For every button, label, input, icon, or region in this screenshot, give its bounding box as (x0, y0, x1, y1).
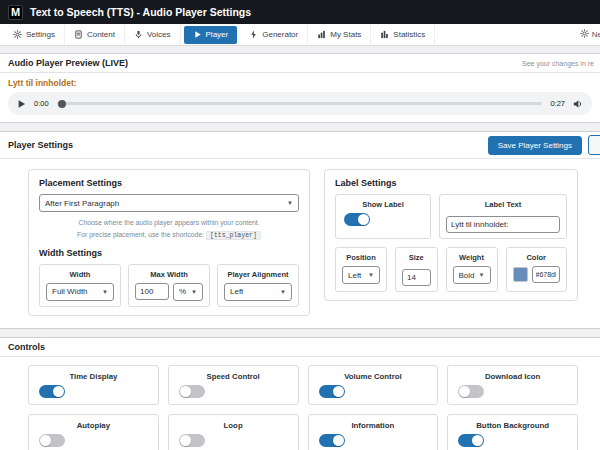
play-button-icon[interactable] (17, 99, 26, 109)
button-background-toggle[interactable] (458, 434, 484, 447)
chevron-down-icon: ▼ (287, 200, 293, 206)
position-value: Left (348, 271, 365, 280)
control-volume-control: Volume Control (308, 365, 439, 405)
control-time-display: Time Display (28, 365, 159, 405)
color-swatch[interactable] (513, 267, 528, 282)
tab-my-stats[interactable]: My Stats (308, 24, 371, 45)
tab-label: Generator (262, 30, 298, 39)
max-width-unit-select[interactable]: % ▼ (173, 283, 203, 301)
save-player-settings-button[interactable]: Save Player Settings (488, 136, 582, 155)
label-settings-title: Label Settings (335, 178, 567, 188)
color-field: Color (506, 247, 568, 292)
position-select[interactable]: Left ▼ (342, 266, 380, 284)
max-width-input[interactable] (135, 283, 169, 300)
placement-card: Placement Settings After First Paragraph… (28, 169, 310, 316)
placement-help-line2: For precise placement, use the shortcode… (77, 231, 204, 238)
controls-header: Controls (0, 338, 600, 357)
information-toggle[interactable] (319, 434, 345, 447)
width-settings-row: Width Full Width ▼ Max Width % ▼ (39, 264, 299, 307)
app-logo: M (8, 5, 23, 20)
player-alignment-field: Player Alignment Left ▼ (217, 264, 299, 307)
show-label-toggle[interactable] (344, 213, 370, 226)
current-time: 0:00 (34, 99, 49, 108)
preview-note: See your changes in re (522, 60, 594, 67)
duration: 0:27 (550, 99, 565, 108)
time-display-toggle[interactable] (39, 385, 65, 398)
document-icon (74, 30, 83, 39)
preview-body: Lytt til innholdet: 0:00 0:27 (0, 73, 600, 122)
volume-icon[interactable] (573, 99, 583, 109)
player-settings-header: Player Settings Save Player Settings (0, 132, 600, 159)
player-alignment-select[interactable]: Left ▼ (224, 283, 292, 301)
control-autoplay: Autoplay (28, 414, 159, 450)
weight-label: Weight (453, 253, 491, 262)
width-select[interactable]: Full Width ▼ (46, 283, 114, 301)
tab-content[interactable]: Content (65, 24, 125, 45)
preview-section: Audio Player Preview (LIVE) See your cha… (0, 53, 600, 123)
page-title: Text to Speech (TTS) - Audio Player Sett… (30, 6, 251, 18)
player-settings-section: Player Settings Save Player Settings Pla… (0, 131, 600, 329)
speed-control-toggle[interactable] (179, 385, 205, 398)
download-icon-toggle[interactable] (458, 385, 484, 398)
label-settings-row1: Show Label Label Text (335, 194, 567, 239)
audio-player: 0:00 0:27 (8, 92, 592, 115)
tab-settings[interactable]: Settings (4, 24, 65, 45)
control-label: Autoplay (37, 421, 150, 430)
width-select-value: Full Width (52, 287, 99, 296)
placement-select-value: After First Paragraph (45, 199, 284, 208)
player-settings-body: Placement Settings After First Paragraph… (0, 159, 600, 328)
tabbar: Settings Content Voices Player Generator… (0, 24, 600, 46)
preview-title: Audio Player Preview (LIVE) (8, 58, 128, 68)
chevron-down-icon: ▼ (368, 272, 374, 278)
control-information: Information (308, 414, 439, 450)
controls-section: Controls Time Display Speed Control Volu… (0, 337, 600, 450)
placement-settings-title: Placement Settings (39, 178, 299, 188)
width-label: Width (46, 270, 114, 279)
tab-statistics[interactable]: Statistics (371, 24, 435, 45)
max-width-field: Max Width % ▼ (128, 264, 210, 307)
shortcode-chip: [tts_player] (206, 231, 261, 240)
secondary-button-clipped[interactable] (588, 135, 600, 155)
seek-thumb[interactable] (58, 100, 66, 108)
bar-chart-icon (317, 30, 326, 39)
color-label: Color (513, 253, 561, 262)
help-menu-item[interactable]: Ne (580, 29, 600, 40)
position-field: Position Left ▼ (335, 247, 387, 292)
volume-control-toggle[interactable] (319, 385, 345, 398)
color-input[interactable] (532, 266, 561, 283)
placement-select[interactable]: After First Paragraph ▼ (39, 194, 299, 212)
loop-toggle[interactable] (179, 434, 205, 447)
label-text-input[interactable] (446, 216, 560, 233)
chevron-down-icon: ▼ (191, 289, 197, 295)
control-label: Speed Control (177, 372, 290, 381)
label-text-field: Label Text (439, 194, 567, 239)
placement-help-text: Choose where the audio player appears wi… (39, 217, 299, 241)
chevron-down-icon: ▼ (102, 289, 108, 295)
seek-bar[interactable] (57, 102, 543, 105)
control-label: Time Display (37, 372, 150, 381)
tab-voices[interactable]: Voices (125, 24, 181, 45)
tab-player[interactable]: Player (184, 26, 238, 44)
size-input[interactable] (402, 269, 431, 286)
max-width-unit-value: % (179, 287, 188, 296)
show-label-label: Show Label (342, 200, 424, 209)
show-label-field: Show Label (335, 194, 431, 239)
label-text-label: Label Text (446, 200, 560, 209)
autoplay-toggle[interactable] (39, 434, 65, 447)
controls-title: Controls (8, 342, 45, 352)
tab-generator[interactable]: Generator (240, 24, 308, 45)
player-alignment-label: Player Alignment (224, 270, 292, 279)
label-settings-card: Label Settings Show Label Label Text Pos… (324, 169, 578, 301)
player-settings-title: Player Settings (8, 140, 73, 150)
control-label: Information (317, 421, 430, 430)
weight-field: Weight Bold ▼ (446, 247, 498, 292)
audio-player-label: Lytt til innholdet: (8, 78, 592, 88)
tab-label: Player (206, 30, 229, 39)
weight-select[interactable]: Bold ▼ (453, 266, 491, 284)
app-logo-letter: M (11, 6, 20, 18)
label-settings-row2: Position Left ▼ Size Weight Bold ▼ (335, 247, 567, 292)
tab-label: Settings (26, 30, 55, 39)
control-label: Download Icon (456, 372, 569, 381)
lightning-icon (249, 30, 258, 39)
help-label: Ne (592, 30, 600, 39)
